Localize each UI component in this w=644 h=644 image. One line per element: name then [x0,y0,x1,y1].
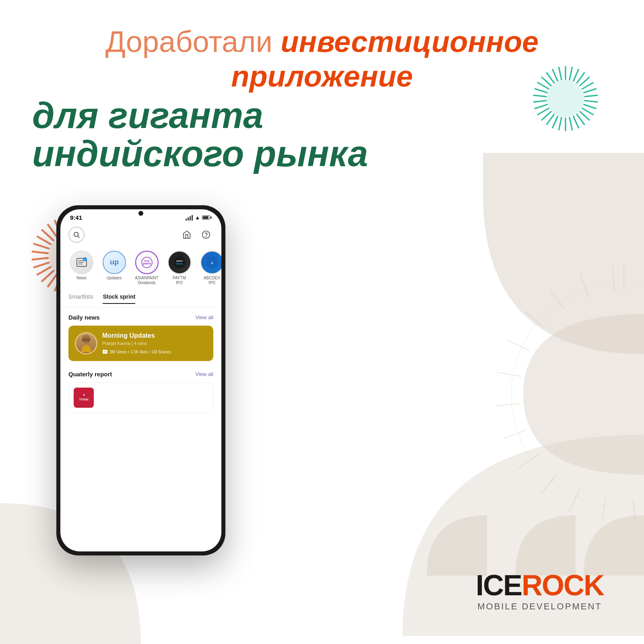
qa-news[interactable]: • News [68,251,95,285]
phone-screen: 9:41 ▲ [60,209,221,551]
daily-news-title: Daily news [68,314,100,321]
headline-bold: инвестиционное [281,25,539,58]
quarterly-header: Quaterly report View all [68,371,213,378]
svg-text:⊕: ⊕ [83,394,85,396]
news-card[interactable]: Morning Updates Pranjal Kamra | 4 mins 3… [68,326,213,361]
svg-text:paytm: paytm [176,260,182,262]
wifi-icon: ▲ [195,215,200,221]
qa-paytm[interactable]: paytm money PAYTMIPO [166,251,192,285]
status-time: 9:41 [70,214,82,221]
phone-mockup: 9:41 ▲ [56,205,225,555]
abcdex-circle: A [200,251,222,274]
phone-camera [138,211,143,216]
svg-text:•: • [84,258,85,261]
paytm-label: PAYTMIPO [173,276,186,285]
news-info: Morning Updates Pranjal Kamra | 4 mins 3… [102,332,207,355]
headline-prefix: Доработали [105,25,272,58]
headline-block: Доработали инвестиционное приложение для… [32,24,612,173]
icerock-ice: ICE [476,569,522,601]
tab-stocksprint[interactable]: Stock sprint [103,293,135,304]
icerock-rock: ROCK [522,569,604,601]
abcdex-label: ABCDEXIPO [204,276,220,285]
daily-news-view-all[interactable]: View all [195,314,213,320]
tab-bar: Smartlists Stock sprint [60,290,221,308]
asianpaint-circle: asian paints [135,251,159,274]
svg-text:TITAN: TITAN [79,398,89,401]
headline-line2: приложение [231,60,413,93]
help-button[interactable] [199,227,213,242]
quarterly-title: Quaterly report [68,371,112,378]
phone-header [60,223,221,246]
asianpaint-label: ASIANPAINTDividends [135,276,159,285]
daily-news-section: Daily news View all [60,308,221,364]
status-icons: ▲ [186,215,212,221]
battery-icon [202,215,212,220]
quarterly-view-all[interactable]: View all [195,371,213,377]
notifications-button[interactable] [180,227,194,242]
quick-access-row: • News up Updates [60,246,221,290]
qa-asianpaint[interactable]: asian paints ASIANPAINTDividends [134,251,160,285]
quarterly-card[interactable]: ⊕ TITAN [68,382,213,413]
titan-logo: ⊕ TITAN [74,388,94,408]
qa-abcdex[interactable]: A ABCDEXIPO [199,251,221,285]
icerock-subtitle: MOBILE DEVELOPMENT [476,601,604,612]
tab-smartlists[interactable]: Smartlists [68,293,93,304]
updates-label: Updates [107,276,122,281]
news-card-title: Morning Updates [102,332,207,339]
qa-updates[interactable]: up Updates [101,251,127,285]
page-container: Доработали инвестиционное приложение для… [0,0,644,644]
svg-text:up: up [110,258,119,266]
search-button[interactable] [68,227,85,243]
news-card-stats: 3M Views • 1.5K likes • 1M Shares [102,349,207,355]
svg-point-87 [74,232,78,237]
news-card-author: Pranjal Kamra | 4 mins [102,341,207,346]
headline-line3a: для гиганта [32,95,263,136]
news-label: News [76,276,87,281]
icerock-branding: ICEROCK MOBILE DEVELOPMENT [476,571,604,612]
headline-line3b: индийского рынка [32,134,368,174]
quarterly-section: Quaterly report View all ⊕ TITAN [60,364,221,416]
icerock-name: ICEROCK [476,571,604,600]
svg-text:paints: paints [142,262,151,265]
svg-line-88 [78,236,79,237]
updates-circle: up [103,251,126,274]
phone-frame: 9:41 ▲ [56,205,225,555]
paytm-circle: paytm money [168,251,191,274]
svg-text:A: A [211,262,213,264]
news-avatar [75,332,97,355]
daily-news-header: Daily news View all [68,314,213,321]
news-circle: • [70,251,93,274]
header-actions [180,227,213,242]
svg-text:money: money [176,262,182,265]
signal-icon [186,215,193,221]
